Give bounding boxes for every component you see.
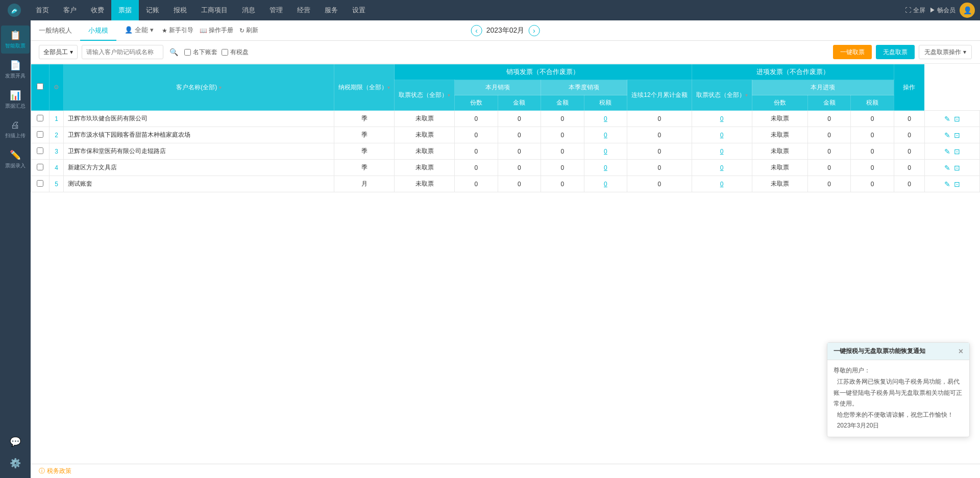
invoice-open-icon: 📄 — [10, 60, 21, 71]
search-button[interactable]: 🔍 — [167, 48, 180, 56]
row-sales-cumulative[interactable]: 0 — [692, 127, 752, 143]
row-detail-btn[interactable]: ⊡ — [953, 147, 961, 156]
sidebar-item-chat[interactable]: 💬 — [1, 432, 30, 451]
row-edit-btn[interactable]: ✎ — [943, 115, 951, 123]
filter-icon[interactable]: ▾ — [745, 92, 748, 98]
row-sales-month-tax: 0 — [541, 111, 584, 127]
nav-bookkeeping[interactable]: 记账 — [139, 0, 166, 20]
row-checkbox[interactable] — [37, 131, 43, 138]
row-detail-btn[interactable]: ⊡ — [953, 164, 961, 172]
no-disk-ticket-operation-btn[interactable]: 无盘取票操作 ▾ — [919, 45, 972, 59]
tax-disk-checkbox-label[interactable]: 有税盘 — [222, 48, 249, 57]
my-accounts-checkbox-label[interactable]: 名下账套 — [184, 48, 217, 57]
sidebar-item-scan-upload[interactable]: 🖨 扫描上传 — [1, 116, 30, 143]
nav-business[interactable]: 经营 — [290, 0, 317, 20]
filter-icon[interactable]: ▾ — [448, 92, 450, 98]
tab-bar: 一般纳税人 小规模 👤 全能 ▾ ‹ 2023年02月 › ★ 新手引导 — [31, 20, 980, 41]
row-sales-cumulative[interactable]: 0 — [692, 160, 752, 176]
row-number: 4 — [50, 160, 64, 176]
row-sales-month-amount: 0 — [498, 176, 541, 192]
row-sales-quarter-amount[interactable]: 0 — [584, 160, 627, 176]
row-sales-status: 未取票 — [395, 176, 455, 192]
employee-select[interactable]: 全部员工 ▾ — [39, 45, 78, 59]
nav-management[interactable]: 管理 — [262, 0, 290, 20]
tab-small-scale[interactable]: 小规模 — [80, 20, 116, 41]
fullscreen-btn[interactable]: ⛶ 全屏 — [905, 6, 925, 15]
row-purchase-status: 未取票 — [752, 111, 807, 127]
nav-commerce[interactable]: 工商项目 — [194, 0, 235, 20]
sidebar-item-label: 发票开具 — [5, 72, 26, 80]
row-number: 5 — [50, 176, 64, 192]
row-purchase-month-amount: 0 — [851, 160, 894, 176]
row-detail-btn[interactable]: ⊡ — [953, 180, 961, 188]
row-period: 季 — [334, 143, 395, 160]
filter-icon[interactable]: ▾ — [387, 85, 390, 90]
tab-general-taxpayer[interactable]: 一般纳税人 — [31, 20, 80, 41]
table-row: 5 测试账套 月 未取票 0 0 0 0 0 0 未取票 0 0 0 ✎ ⊡ — [31, 176, 980, 192]
settings-icon[interactable]: ⚙ — [54, 84, 59, 91]
user-avatar[interactable]: 👤 — [960, 3, 975, 18]
tab-right-actions: ★ 新手引导 📖 操作手册 ↻ 刷新 — [162, 26, 258, 35]
tab-left: 一般纳税人 小规模 👤 全能 ▾ — [31, 20, 162, 41]
nav-invoice[interactable]: 票据 — [111, 0, 139, 20]
row-customer-name: 新建区方方文具店 — [64, 160, 334, 176]
row-checkbox[interactable] — [37, 164, 43, 170]
nav-customer[interactable]: 客户 — [56, 0, 84, 20]
row-sales-quarter-amount[interactable]: 0 — [584, 143, 627, 160]
nav-message[interactable]: 消息 — [235, 0, 262, 20]
tax-disk-checkbox[interactable] — [222, 49, 228, 56]
row-sales-quarter-amount[interactable]: 0 — [584, 127, 627, 143]
nav-fee[interactable]: 收费 — [84, 0, 111, 20]
sidebar-item-invoice-entry[interactable]: ✏️ 票据录入 — [1, 145, 30, 173]
refresh-btn[interactable]: ↻ 刷新 — [239, 26, 258, 35]
row-edit-btn[interactable]: ✎ — [943, 131, 951, 139]
row-purchase-month-amount: 0 — [851, 143, 894, 160]
nav-items: 首页 客户 收费 票据 记账 报税 工商项目 消息 管理 经营 服务 设置 — [29, 0, 905, 20]
sidebar-item-invoice-summary[interactable]: 📊 票据汇总 — [1, 86, 30, 114]
th-sales-quarter-amount: 金额 — [541, 95, 584, 111]
sidebar-item-smart-ticket[interactable]: 📋 智能取票 — [1, 26, 30, 54]
notification-close-btn[interactable]: × — [959, 347, 963, 356]
row-sales-cumulative[interactable]: 0 — [692, 111, 752, 127]
nav-service[interactable]: 服务 — [317, 0, 345, 20]
row-customer-name: 卫辉市玖玖健合医药有限公司 — [64, 111, 334, 127]
no-disk-ticket-btn[interactable]: 无盘取票 — [876, 45, 915, 59]
filter-icon[interactable]: ▾ — [219, 85, 222, 90]
footer-text[interactable]: 税务政策 — [47, 467, 71, 475]
sidebar: 📋 智能取票 📄 发票开具 📊 票据汇总 🖨 扫描上传 ✏️ 票据录入 💬 ⚙️ — [0, 20, 31, 478]
row-sales-quarter-amount[interactable]: 0 — [584, 176, 627, 192]
th-purchase-group: 进项发票（不合作废票） — [692, 64, 894, 80]
th-sales-quarter-tax: 税额 — [584, 95, 627, 111]
row-edit-btn[interactable]: ✎ — [943, 164, 951, 172]
row-detail-btn[interactable]: ⊡ — [953, 131, 961, 139]
chevron-down-icon: ▾ — [963, 48, 966, 56]
new-guide-btn[interactable]: ★ 新手引导 — [162, 26, 193, 35]
date-prev-btn[interactable]: ‹ — [471, 25, 482, 36]
tab-all[interactable]: 👤 全能 ▾ — [116, 20, 162, 41]
one-click-ticket-btn[interactable]: 一键取票 — [833, 45, 872, 59]
my-accounts-checkbox[interactable] — [184, 49, 191, 56]
config-icon: ⚙️ — [10, 458, 21, 469]
nav-home[interactable]: 首页 — [29, 0, 56, 20]
row-checkbox[interactable] — [37, 180, 43, 187]
row-edit-btn[interactable]: ✎ — [943, 180, 951, 188]
date-next-btn[interactable]: › — [528, 25, 540, 36]
row-checkbox[interactable] — [37, 147, 43, 154]
sidebar-item-config[interactable]: ⚙️ — [1, 454, 30, 473]
row-detail-btn[interactable]: ⊡ — [953, 115, 961, 123]
select-all-checkbox[interactable] — [37, 83, 43, 90]
row-checkbox[interactable] — [37, 115, 43, 121]
row-sales-quarter-amount[interactable]: 0 — [584, 111, 627, 127]
invoice-table: ⚙ 客户名称(全部) ▾ 纳税期限（全部）▾ 销项发票（不合作废票） 进项发票（… — [31, 64, 980, 192]
notification-header: 一键报税与无盘取票功能恢复通知 × — [827, 343, 969, 360]
nav-tax[interactable]: 报税 — [166, 0, 194, 20]
nav-settings[interactable]: 设置 — [345, 0, 373, 20]
row-sales-cumulative[interactable]: 0 — [692, 143, 752, 160]
th-checkbox — [31, 64, 50, 111]
row-sales-cumulative[interactable]: 0 — [692, 176, 752, 192]
sidebar-item-invoice-open[interactable]: 📄 发票开具 — [1, 56, 30, 84]
row-edit-btn[interactable]: ✎ — [943, 147, 951, 156]
vip-btn[interactable]: ▶ 畅会员 — [929, 6, 955, 15]
search-input[interactable] — [82, 45, 163, 59]
manual-btn[interactable]: 📖 操作手册 — [200, 26, 233, 35]
